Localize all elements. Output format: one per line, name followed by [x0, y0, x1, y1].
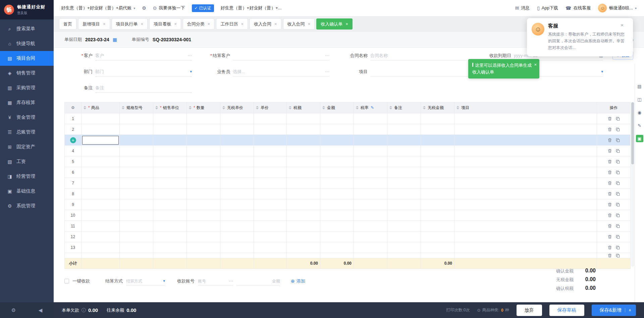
close-tab-icon[interactable]: ×	[274, 21, 277, 26]
cell[interactable]	[421, 199, 454, 210]
cell[interactable]	[187, 167, 220, 178]
sidebar-settings-gear-icon[interactable]: ⚙	[11, 307, 16, 313]
close-tab-icon[interactable]: ×	[208, 21, 210, 26]
sort-icon[interactable]	[189, 106, 192, 109]
amount-input[interactable]	[236, 279, 280, 283]
close-hint-icon[interactable]: ×	[534, 61, 537, 68]
copy-row-icon[interactable]	[615, 181, 620, 186]
cell[interactable]	[153, 210, 187, 221]
cell[interactable]	[187, 242, 220, 253]
cell[interactable]	[354, 189, 387, 199]
cell[interactable]	[454, 135, 597, 146]
cell[interactable]	[387, 135, 421, 146]
sort-icon[interactable]	[222, 106, 225, 109]
cell[interactable]	[82, 167, 120, 178]
cell[interactable]	[454, 124, 597, 135]
cell[interactable]	[320, 135, 354, 146]
copy-row-icon[interactable]	[615, 170, 620, 175]
app-download-button[interactable]: ▯ App下载	[537, 5, 558, 11]
cell[interactable]	[421, 242, 454, 253]
cell[interactable]	[320, 113, 354, 124]
cell[interactable]	[421, 156, 454, 167]
cell[interactable]	[387, 113, 421, 124]
cell[interactable]	[320, 210, 354, 221]
cell[interactable]	[354, 167, 387, 178]
sidebar-item-quick-nav[interactable]: ⌂ 快捷导航	[0, 36, 54, 51]
cell[interactable]	[187, 146, 220, 156]
cell[interactable]	[120, 210, 153, 221]
cell[interactable]	[454, 242, 597, 253]
cell[interactable]	[254, 167, 287, 178]
cell[interactable]	[120, 189, 153, 199]
cell[interactable]	[254, 210, 287, 221]
cell[interactable]	[187, 210, 220, 221]
experience-link[interactable]: ⊙ 我要体验一下	[153, 5, 185, 11]
cell[interactable]	[153, 146, 187, 156]
cell[interactable]	[187, 178, 220, 189]
delete-row-icon[interactable]	[607, 234, 612, 239]
sort-icon[interactable]	[356, 106, 359, 109]
cell[interactable]	[153, 113, 187, 124]
cell[interactable]	[153, 199, 187, 210]
cell[interactable]	[220, 156, 254, 167]
history-icon[interactable]: ◉	[636, 109, 643, 116]
cell[interactable]	[287, 167, 320, 178]
table-row-10[interactable]: 10	[65, 210, 631, 221]
cell[interactable]	[220, 189, 254, 199]
delete-row-icon[interactable]	[607, 138, 612, 143]
cell[interactable]	[387, 178, 421, 189]
product-input[interactable]	[82, 136, 119, 145]
column-header[interactable]: 无税金额	[421, 102, 454, 113]
cell[interactable]	[187, 231, 220, 242]
cell[interactable]	[120, 135, 153, 146]
cell[interactable]	[82, 221, 120, 231]
tab-工作日历[interactable]: 工作日历×	[216, 18, 248, 30]
cell[interactable]	[287, 189, 320, 199]
cell[interactable]	[354, 178, 387, 189]
cell[interactable]	[254, 199, 287, 210]
cell[interactable]	[82, 199, 120, 210]
cell[interactable]	[454, 113, 597, 124]
cell[interactable]	[254, 146, 287, 156]
cell[interactable]	[354, 146, 387, 156]
sort-icon[interactable]	[84, 106, 86, 109]
sidebar-item-project-contract[interactable]: ▤ 项目合同	[0, 51, 54, 66]
cell[interactable]	[287, 231, 320, 242]
cell[interactable]	[153, 135, 187, 146]
cell[interactable]	[287, 178, 320, 189]
cell[interactable]	[421, 135, 454, 146]
cell[interactable]	[220, 210, 254, 221]
cell[interactable]	[120, 221, 153, 231]
copy-row-icon[interactable]	[615, 138, 620, 143]
copy-row-icon[interactable]	[615, 192, 620, 196]
cell[interactable]	[454, 146, 597, 156]
delete-row-icon[interactable]	[607, 253, 612, 258]
save-and-new-button[interactable]: 保存&新增 ∧	[592, 305, 636, 316]
cell[interactable]	[287, 135, 320, 146]
cell[interactable]	[153, 231, 187, 242]
cell[interactable]	[421, 167, 454, 178]
column-header[interactable]: *数量	[187, 102, 220, 113]
sidebar-item-fixed-assets[interactable]: ⊞ 固定资产	[0, 140, 54, 154]
copy-row-icon[interactable]	[615, 224, 620, 228]
table-row-6[interactable]: 6	[65, 167, 631, 178]
sort-icon[interactable]	[122, 106, 124, 109]
column-header[interactable]: 项目	[454, 102, 597, 113]
table-row-7[interactable]: 7	[65, 178, 631, 189]
cell[interactable]	[320, 156, 354, 167]
close-tab-icon[interactable]: ×	[241, 21, 244, 26]
table-row-3[interactable]: +	[65, 135, 631, 146]
cell[interactable]	[220, 242, 254, 253]
settle-method-select[interactable]	[126, 279, 162, 283]
cell[interactable]	[82, 135, 120, 146]
cell[interactable]	[82, 242, 120, 253]
table-row-5[interactable]: 5	[65, 156, 631, 167]
cell[interactable]	[320, 199, 354, 210]
tab-项目看板[interactable]: 项目看板×	[149, 18, 181, 30]
cell[interactable]	[287, 242, 320, 253]
cell[interactable]	[454, 167, 597, 178]
table-row-clipped[interactable]	[65, 253, 631, 258]
table-row-11[interactable]: 11	[65, 221, 631, 231]
cell[interactable]	[82, 146, 120, 156]
picker-ellipsis-icon[interactable]: ⋯	[227, 278, 233, 283]
